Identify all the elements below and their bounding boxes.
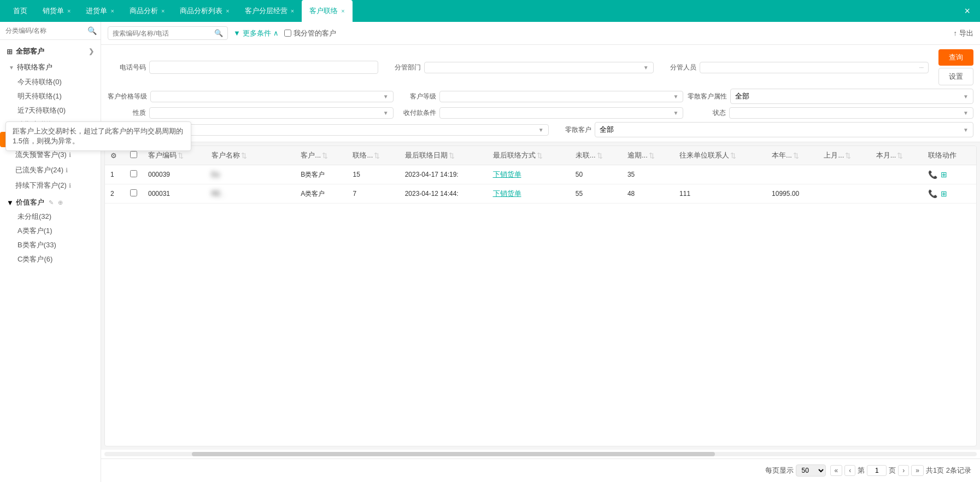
sidebar-item-class-c[interactable]: C类客户(6) [0, 252, 101, 266]
nature-arrow: ▼ [383, 110, 389, 116]
this-year-sort[interactable]: 本年... ⇅ [772, 150, 813, 160]
contact-count-sort[interactable]: 联络... ⇅ [353, 150, 394, 160]
nav-purchase-order-close[interactable]: × [110, 8, 114, 14]
nav-customer-tier[interactable]: 客户分层经营 × [237, 0, 302, 22]
row2-name[interactable]: RE . [206, 184, 296, 204]
contact-person-sort[interactable]: 往来单位联系人 ⇅ [679, 150, 761, 160]
row2-method-link[interactable]: 下销货单 [493, 189, 521, 198]
nav-customer-contact-close[interactable]: × [341, 8, 344, 14]
row1-method-link[interactable]: 下销货单 [493, 170, 521, 178]
sidebar-search-input[interactable] [5, 27, 87, 34]
nature-select[interactable]: ▼ [149, 107, 394, 119]
scrollbar-thumb[interactable] [192, 452, 715, 456]
row2-more-icon[interactable]: ⊞ [941, 189, 947, 198]
row1-no-contact: 50 [570, 165, 622, 184]
gear-icon[interactable]: ⚙ [110, 152, 117, 160]
next-page-button[interactable]: › [898, 465, 909, 476]
sidebar-item-lost-customers[interactable]: 已流失客户(24) ℹ [0, 162, 101, 178]
sidebar-item-tomorrow-pending[interactable]: 明天待联络(1) [0, 89, 101, 103]
row1-this-month [871, 165, 923, 184]
nav-sales-order[interactable]: 销货单 × [35, 0, 78, 22]
row1-code: 000039 [143, 165, 206, 184]
last-method-sort[interactable]: 最后联络方式 ⇅ [493, 150, 565, 160]
prev-page-button[interactable]: ‹ [844, 465, 855, 476]
query-button[interactable]: 查询 [938, 49, 973, 66]
edit2-icon-value[interactable]: ⊕ [58, 199, 63, 206]
col-contact-person: 往来单位联系人 ⇅ [674, 146, 766, 165]
sidebar-search-area: 🔍 [0, 22, 101, 40]
row1-last-month [818, 165, 870, 184]
sidebar-item-7days-pending[interactable]: 近7天待联络(0) [0, 103, 101, 118]
per-page-select[interactable]: 50 20 100 [796, 464, 826, 477]
nav-product-analysis-list-close[interactable]: × [226, 8, 229, 14]
row1-checkbox[interactable] [130, 170, 137, 177]
retail-customer-field: 零散客户 全部 ▼ [553, 122, 973, 137]
name-sort[interactable]: 客户名称 ⇅ [212, 150, 290, 160]
last-page-button[interactable]: » [911, 465, 924, 476]
customer-type-arrow: ▼ [538, 127, 544, 133]
my-customer-checkbox[interactable] [284, 30, 291, 37]
customer-grade-arrow: ▼ [673, 94, 678, 100]
status-field: 状态 ▼ [688, 107, 973, 119]
horizontal-scrollbar[interactable] [101, 450, 980, 458]
per-page-group: 每页显示 50 20 100 [765, 464, 826, 477]
row2-phone-icon[interactable]: 📞 [928, 189, 937, 198]
export-button[interactable]: ↑ 导出 [954, 28, 974, 38]
nav-product-analysis[interactable]: 商品分析 × [122, 0, 172, 22]
sidebar-all-customers[interactable]: ⊞ 全部客户 ❯ [0, 43, 101, 60]
no-contact-sort[interactable]: 未联... ⇅ [576, 150, 617, 160]
main-search-input[interactable] [113, 30, 214, 37]
settings-button[interactable]: 设置 [938, 68, 973, 85]
search-icon-main[interactable]: 🔍 [214, 29, 223, 37]
sidebar-collapse-btn[interactable]: ❯ [89, 48, 94, 55]
customer-type-select[interactable]: ▼ [169, 124, 548, 136]
page-number-input[interactable] [867, 465, 887, 476]
this-month-sort[interactable]: 本月... ⇅ [876, 150, 917, 160]
row2-no-contact: 55 [570, 184, 622, 204]
sidebar-item-today-pending[interactable]: 今天待联络(0) [0, 75, 101, 89]
phone-input[interactable] [149, 61, 378, 74]
select-all-checkbox[interactable] [130, 151, 137, 158]
row1-more-icon[interactable]: ⊞ [941, 170, 947, 179]
retail-customer-select[interactable]: 全部 ▼ [595, 122, 973, 137]
row1-phone-icon[interactable]: 📞 [928, 170, 937, 179]
first-page-button[interactable]: « [830, 465, 843, 476]
sidebar-item-class-b[interactable]: B类客户(33) [0, 238, 101, 252]
row1-name[interactable]: Ea [206, 165, 296, 184]
sort-icon-contact: ⇅ [374, 152, 380, 160]
last-date-sort[interactable]: 最后联络日期 ⇅ [405, 150, 482, 160]
retail-attr-arrow: ▼ [963, 94, 969, 100]
nav-purchase-order[interactable]: 进货单 × [78, 0, 121, 22]
phone-field: 电话号码 [108, 61, 378, 74]
nav-customer-tier-close[interactable]: × [291, 8, 294, 14]
nav-home[interactable]: 首页 [5, 0, 35, 22]
retail-attr-select[interactable]: 全部 ▼ [730, 89, 973, 104]
nav-customer-contact[interactable]: 客户联络 × [302, 0, 352, 22]
person-select[interactable]: ··· [700, 62, 929, 73]
status-select[interactable]: ▼ [729, 107, 973, 119]
nav-product-analysis-close[interactable]: × [161, 8, 165, 14]
edit-icon-value[interactable]: ✎ [49, 199, 54, 206]
payment-select[interactable]: ▼ [439, 107, 684, 119]
price-grade-select[interactable]: ▼ [150, 91, 394, 102]
last-month-sort[interactable]: 上月... ⇅ [824, 150, 865, 160]
row1-index: 1 [105, 165, 125, 184]
sidebar-search-icon[interactable]: 🔍 [87, 26, 97, 35]
customer-grade-select[interactable]: ▼ [439, 91, 684, 102]
window-close-button[interactable]: × [960, 5, 975, 17]
pending-contact-title[interactable]: ▼ 待联络客户 [0, 60, 101, 75]
nav-sales-order-close[interactable]: × [67, 8, 71, 14]
dept-select[interactable]: ▼ [424, 62, 653, 73]
sidebar-item-ungrouped[interactable]: 未分组(32) [0, 210, 101, 224]
row2-checkbox[interactable] [130, 189, 137, 196]
sort-icon-date: ⇅ [449, 152, 455, 160]
more-filters-button[interactable]: ▼ 更多条件 ∧ [233, 28, 279, 38]
code-sort[interactable]: 客户编码 ⇅ [148, 150, 201, 160]
overdue-sort[interactable]: 逾期... ⇅ [627, 150, 668, 160]
nature-field: 性质 ▼ [108, 107, 394, 119]
nav-product-analysis-list[interactable]: 商品分析列表 × [172, 0, 237, 22]
sidebar-item-declining-customers[interactable]: 持续下滑客户(2) ℹ [0, 178, 101, 193]
type-sort[interactable]: 客户... ⇅ [301, 150, 342, 160]
value-customers-title[interactable]: ▼ 价值客户 ✎ ⊕ [0, 195, 101, 210]
sidebar-item-class-a[interactable]: A类客户(1) [0, 224, 101, 238]
